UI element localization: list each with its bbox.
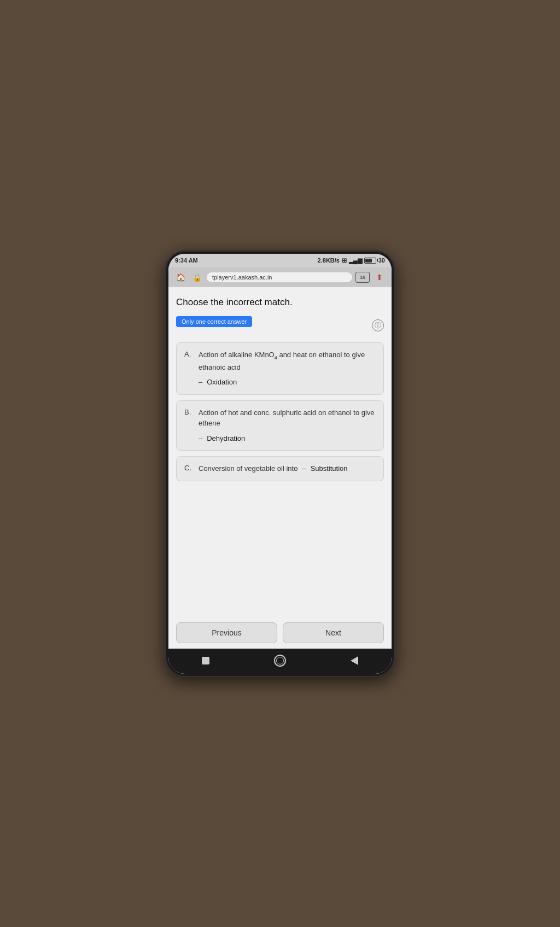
option-c-content: Conversion of vegetable oil into – Subst… (199, 463, 376, 474)
url-text: tplayerv1.aakash.ac.in (212, 274, 272, 281)
tab-count[interactable]: 16 (355, 272, 370, 283)
option-b-dash: – (199, 434, 202, 442)
option-c-left: Conversion of vegetable oil into (199, 463, 298, 474)
recents-button[interactable] (272, 653, 288, 668)
option-b[interactable]: B. Action of hot and conc. sulphuric aci… (176, 400, 384, 451)
status-right: 2.8KB/s ⊞ ▂▄▆ 30 (318, 257, 385, 264)
option-b-content: Action of hot and conc. sulphuric acid o… (199, 407, 376, 444)
battery-icon (364, 258, 376, 264)
option-a-dash: – (199, 378, 202, 386)
back-triangle-icon (351, 656, 358, 665)
question-title: Choose the incorrect match. (176, 296, 384, 309)
answer-type-badge: Only one correct answer (176, 316, 252, 327)
lock-nav-icon: 🔒 (190, 271, 203, 284)
address-bar[interactable]: tplayerv1.aakash.ac.in (207, 272, 352, 282)
option-c-right: Substitution (311, 463, 348, 474)
network-speed: 2.8KB/s (318, 257, 340, 264)
nav-buttons: Previous Next (168, 618, 392, 649)
home-circle-icon (274, 655, 286, 667)
option-c-dash: – (302, 464, 306, 473)
bottom-nav (168, 649, 392, 674)
option-b-letter: B. (184, 407, 193, 416)
option-c[interactable]: C. Conversion of vegetable oil into – Su… (176, 456, 384, 481)
time-display: 9:34 AM (175, 257, 198, 264)
info-icon[interactable]: ⓘ (372, 319, 384, 331)
browser-bar: 🏠 🔒 tplayerv1.aakash.ac.in 16 ⬆ (168, 267, 392, 287)
option-b-left: Action of hot and conc. sulphuric acid o… (199, 407, 376, 429)
phone-screen: 9:34 AM 2.8KB/s ⊞ ▂▄▆ 30 🏠 🔒 tplayerv1.a… (168, 254, 392, 674)
option-a-content: Action of alkaline KMnO4 and heat on eth… (199, 349, 376, 387)
option-a-letter: A. (184, 349, 193, 358)
back-button[interactable]: 🏠 (174, 271, 187, 284)
refresh-button[interactable]: ⬆ (373, 271, 386, 284)
home-button[interactable] (198, 653, 213, 668)
previous-button[interactable]: Previous (176, 622, 277, 643)
option-a-right: Oxidation (207, 377, 237, 388)
status-bar: 9:34 AM 2.8KB/s ⊞ ▂▄▆ 30 (168, 254, 392, 267)
status-left: 9:34 AM (175, 257, 198, 264)
option-a[interactable]: A. Action of alkaline KMnO4 and heat on … (176, 342, 384, 394)
option-c-letter: C. (184, 463, 193, 472)
option-b-right: Dehydration (207, 433, 245, 444)
network-type: ⊞ (342, 257, 347, 264)
home-square-icon (202, 657, 209, 664)
phone-shell: 9:34 AM 2.8KB/s ⊞ ▂▄▆ 30 🏠 🔒 tplayerv1.a… (165, 250, 395, 677)
option-a-left: Action of alkaline KMnO4 and heat on eth… (199, 349, 376, 372)
content-area: Choose the incorrect match. Only one cor… (168, 287, 392, 618)
next-button[interactable]: Next (283, 622, 384, 643)
signal-bars: ▂▄▆ (349, 257, 362, 264)
options-container: A. Action of alkaline KMnO4 and heat on … (176, 342, 384, 481)
back-nav-button[interactable] (347, 653, 362, 668)
battery-percent: 30 (378, 257, 385, 264)
